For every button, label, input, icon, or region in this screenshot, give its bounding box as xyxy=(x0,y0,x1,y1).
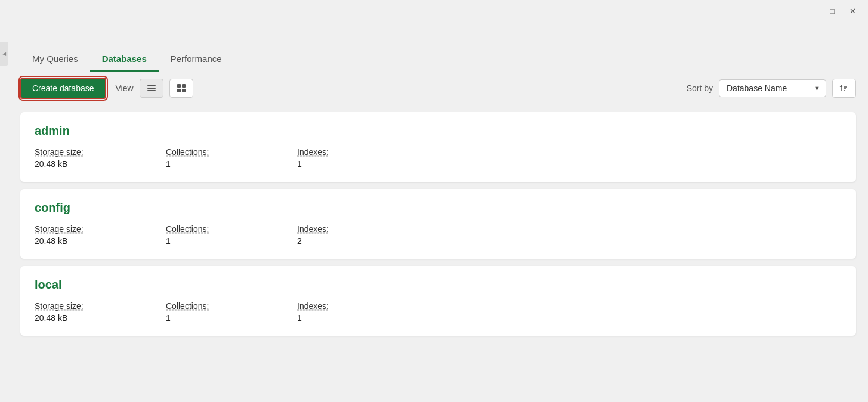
db-stat-storage-local: Storage size: 20.48 kB xyxy=(35,301,166,323)
svg-rect-2 xyxy=(147,90,156,91)
list-icon xyxy=(146,83,157,94)
sort-area: Sort by Database Name Storage Size Colle… xyxy=(687,79,856,98)
db-stat-storage-config: Storage size: 20.48 kB xyxy=(35,224,166,246)
indexes-value-local: 1 xyxy=(297,313,428,323)
db-stat-collections-config: Collections: 1 xyxy=(166,224,297,246)
db-stats-admin: Storage size: 20.48 kB Collections: 1 In… xyxy=(35,147,842,169)
svg-rect-3 xyxy=(177,84,181,88)
collections-label-config: Collections: xyxy=(166,224,297,234)
db-name-local[interactable]: local xyxy=(35,278,842,292)
list-view-button[interactable] xyxy=(140,79,163,98)
main-container: My Queries Databases Performance Create … xyxy=(8,0,868,402)
db-stat-indexes-config: Indexes: 2 xyxy=(297,224,428,246)
db-stat-indexes-admin: Indexes: 1 xyxy=(297,147,428,169)
sort-direction-icon xyxy=(839,83,850,94)
storage-size-label-local: Storage size: xyxy=(35,301,166,311)
grid-view-button[interactable] xyxy=(169,79,193,98)
svg-rect-1 xyxy=(147,88,156,89)
db-stat-collections-local: Collections: 1 xyxy=(166,301,297,323)
storage-size-label-config: Storage size: xyxy=(35,224,166,234)
db-stat-collections-admin: Collections: 1 xyxy=(166,147,297,169)
tab-performance[interactable]: Performance xyxy=(159,48,234,72)
tab-databases[interactable]: Databases xyxy=(90,48,159,72)
sort-direction-button[interactable] xyxy=(832,79,856,98)
grid-icon xyxy=(176,83,187,94)
database-list: admin Storage size: 20.48 kB Collections… xyxy=(8,105,868,402)
collections-label-admin: Collections: xyxy=(166,147,297,157)
sidebar-toggle[interactable] xyxy=(0,42,8,66)
view-label: View xyxy=(116,84,134,93)
db-stats-config: Storage size: 20.48 kB Collections: 1 In… xyxy=(35,224,842,246)
db-stat-indexes-local: Indexes: 1 xyxy=(297,301,428,323)
storage-size-label-admin: Storage size: xyxy=(35,147,166,157)
svg-rect-4 xyxy=(182,84,186,88)
svg-rect-0 xyxy=(147,85,156,86)
indexes-label-admin: Indexes: xyxy=(297,147,428,157)
storage-size-value-admin: 20.48 kB xyxy=(35,159,166,169)
maximize-button[interactable]: □ xyxy=(827,6,837,16)
toolbar: Create database View Sort by Database Na… xyxy=(8,72,868,105)
minimize-button[interactable]: − xyxy=(807,6,817,16)
storage-size-value-config: 20.48 kB xyxy=(35,236,166,246)
close-button[interactable]: ✕ xyxy=(848,6,857,16)
svg-rect-6 xyxy=(182,89,186,92)
svg-rect-5 xyxy=(177,89,181,92)
db-stats-local: Storage size: 20.48 kB Collections: 1 In… xyxy=(35,301,842,323)
indexes-value-admin: 1 xyxy=(297,159,428,169)
indexes-label-config: Indexes: xyxy=(297,224,428,234)
indexes-value-config: 2 xyxy=(297,236,428,246)
create-database-button[interactable]: Create database xyxy=(20,78,106,99)
collections-label-local: Collections: xyxy=(166,301,297,311)
tab-my-queries[interactable]: My Queries xyxy=(20,48,90,72)
indexes-label-local: Indexes: xyxy=(297,301,428,311)
sort-label: Sort by xyxy=(687,84,713,93)
db-name-admin[interactable]: admin xyxy=(35,124,842,138)
sort-select[interactable]: Database Name Storage Size Collections I… xyxy=(719,79,826,97)
db-name-config[interactable]: config xyxy=(35,201,842,215)
tab-bar: My Queries Databases Performance xyxy=(8,0,868,72)
window-controls: − □ ✕ xyxy=(796,0,868,21)
sort-select-wrapper: Database Name Storage Size Collections I… xyxy=(719,79,826,97)
collections-value-config: 1 xyxy=(166,236,297,246)
db-card-local: local Storage size: 20.48 kB Collections… xyxy=(20,266,856,336)
db-card-admin: admin Storage size: 20.48 kB Collections… xyxy=(20,112,856,182)
db-stat-storage-admin: Storage size: 20.48 kB xyxy=(35,147,166,169)
collections-value-admin: 1 xyxy=(166,159,297,169)
db-card-config: config Storage size: 20.48 kB Collection… xyxy=(20,189,856,259)
storage-size-value-local: 20.48 kB xyxy=(35,313,166,323)
collections-value-local: 1 xyxy=(166,313,297,323)
